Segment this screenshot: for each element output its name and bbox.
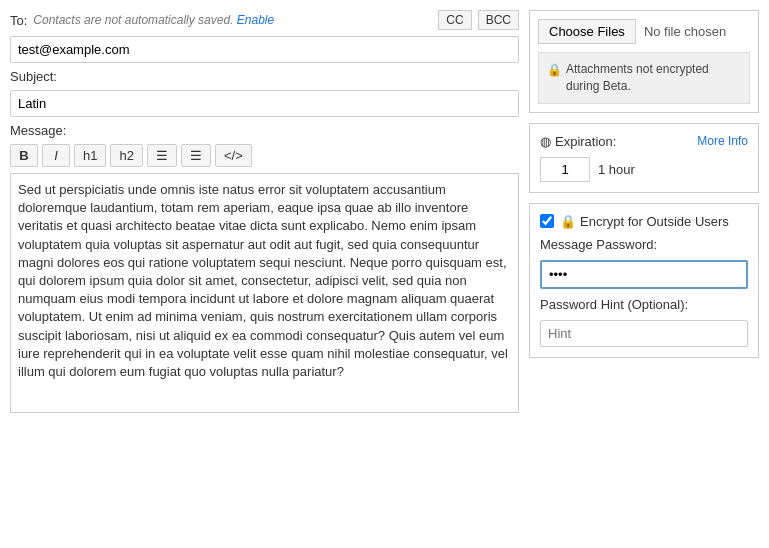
expiration-unit: 1 hour — [598, 162, 635, 177]
encrypt-header: 🔒 Encrypt for Outside Users — [540, 214, 748, 229]
contacts-notice: Contacts are not automatically saved. En… — [33, 13, 432, 27]
encrypt-checkbox[interactable] — [540, 214, 554, 228]
to-label: To: — [10, 13, 27, 28]
attachments-warning: 🔒 Attachments not encrypted during Beta. — [538, 52, 750, 104]
lock-icon: 🔒 — [547, 62, 562, 79]
subject-label: Subject: — [10, 69, 519, 84]
h1-button[interactable]: h1 — [74, 144, 106, 167]
bcc-button[interactable]: BCC — [478, 10, 519, 30]
subject-input[interactable] — [10, 90, 519, 117]
expiration-header: ◍ Expiration: More Info — [540, 134, 748, 149]
more-info-link[interactable]: More Info — [697, 134, 748, 148]
right-panel: Choose Files No file chosen 🔒 Attachment… — [529, 10, 759, 413]
hint-input[interactable] — [540, 320, 748, 347]
ol-button[interactable]: ☰ — [181, 144, 211, 167]
message-toolbar: B I h1 h2 ☰ ☰ </> — [10, 144, 519, 167]
attach-top-row: Choose Files No file chosen — [538, 19, 750, 44]
message-textarea[interactable]: Sed ut perspiciatis unde omnis iste natu… — [10, 173, 519, 413]
expiration-row: 1 hour — [540, 157, 748, 182]
choose-files-button[interactable]: Choose Files — [538, 19, 636, 44]
encrypt-box: 🔒 Encrypt for Outside Users Message Pass… — [529, 203, 759, 358]
password-label: Message Password: — [540, 237, 748, 252]
ul-button[interactable]: ☰ — [147, 144, 177, 167]
expiration-box: ◍ Expiration: More Info 1 hour — [529, 123, 759, 193]
message-label: Message: — [10, 123, 519, 138]
italic-button[interactable]: I — [42, 144, 70, 167]
attachments-box: Choose Files No file chosen 🔒 Attachment… — [529, 10, 759, 113]
expiration-title: ◍ Expiration: — [540, 134, 616, 149]
encrypt-label: 🔒 Encrypt for Outside Users — [560, 214, 729, 229]
code-button[interactable]: </> — [215, 144, 252, 167]
hint-label: Password Hint (Optional): — [540, 297, 748, 312]
cc-button[interactable]: CC — [438, 10, 471, 30]
password-input[interactable] — [540, 260, 748, 289]
bold-button[interactable]: B — [10, 144, 38, 167]
clock-icon: ◍ — [540, 134, 551, 149]
warning-text: Attachments not encrypted during Beta. — [566, 61, 741, 95]
expiration-input[interactable] — [540, 157, 590, 182]
to-row: To: Contacts are not automatically saved… — [10, 10, 519, 30]
to-input[interactable] — [10, 36, 519, 63]
no-file-text: No file chosen — [644, 24, 726, 39]
enable-link[interactable]: Enable — [237, 13, 274, 27]
encrypt-lock-icon: 🔒 — [560, 214, 576, 229]
left-panel: To: Contacts are not automatically saved… — [10, 10, 519, 413]
h2-button[interactable]: h2 — [110, 144, 142, 167]
